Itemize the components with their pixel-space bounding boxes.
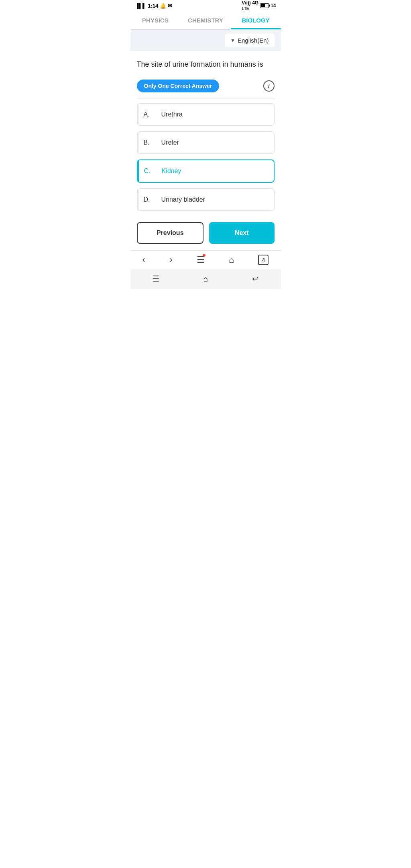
answer-type-badge: Only One Correct Answer <box>137 80 220 92</box>
email-icon: ✉ <box>168 3 172 9</box>
option-c-text: Kidney <box>162 167 181 175</box>
question-area: The site of urine formation in humans is <box>130 51 281 74</box>
option-d[interactable]: D. Urinary bladder <box>137 188 275 211</box>
option-d-label: D. <box>144 196 156 203</box>
app-bottom-bar: ‹ › ☰ ⌂ 4 <box>130 250 281 269</box>
option-b-text: Ureter <box>161 139 179 146</box>
info-icon[interactable]: i <box>263 80 275 92</box>
option-a-text: Urethra <box>161 111 183 118</box>
back-app-icon[interactable]: ‹ <box>142 255 145 265</box>
option-a[interactable]: A. Urethra <box>137 103 275 126</box>
tab-chemistry[interactable]: CHEMISTRY <box>181 11 231 29</box>
badge-row: Only One Correct Answer i <box>130 74 281 98</box>
system-hamburger-icon: ☰ <box>152 274 159 283</box>
back-chevron-icon: ‹ <box>142 255 145 265</box>
status-right: Vo)) 4GLTE 14 <box>242 0 276 11</box>
forward-chevron-icon: › <box>169 255 172 265</box>
options-area: A. Urethra B. Ureter C. Kidney D. Urinar… <box>130 98 281 216</box>
signal-icon: ▐▌▌ <box>135 3 146 9</box>
call-icon: 🔔 <box>160 3 166 9</box>
tab-count-badge: 4 <box>258 255 269 265</box>
square-app-icon[interactable]: 4 <box>258 255 269 265</box>
question-text: The site of urine formation in humans is <box>137 59 275 70</box>
option-c-label: C. <box>144 167 156 175</box>
language-selector[interactable]: ▼ English(En) <box>225 34 274 47</box>
battery-icon <box>260 3 269 8</box>
option-c[interactable]: C. Kidney <box>137 159 275 183</box>
nav-buttons: Previous Next <box>130 216 281 250</box>
system-back-icon[interactable]: ↩ <box>252 274 259 284</box>
time: 1:14 <box>148 3 158 9</box>
system-nav-bar: ☰ ⌂ ↩ <box>130 269 281 289</box>
option-b[interactable]: B. Ureter <box>137 131 275 154</box>
menu-app-icon[interactable]: ☰ <box>197 255 205 265</box>
option-d-text: Urinary bladder <box>161 196 205 203</box>
system-home-glyph: ⌂ <box>203 274 208 283</box>
next-button[interactable]: Next <box>209 222 275 244</box>
forward-app-icon[interactable]: › <box>169 255 172 265</box>
notification-dot <box>203 254 206 257</box>
chevron-down-icon: ▼ <box>230 38 235 43</box>
battery-level: 14 <box>271 3 276 8</box>
home-icon: ⌂ <box>229 255 234 265</box>
tab-biology[interactable]: BIOLOGY <box>231 11 281 29</box>
subject-tabs: PHYSICS CHEMISTRY BIOLOGY <box>130 11 281 30</box>
option-b-label: B. <box>144 139 156 146</box>
language-label: English(En) <box>238 37 269 44</box>
previous-button[interactable]: Previous <box>137 222 204 244</box>
tab-physics[interactable]: PHYSICS <box>130 11 181 29</box>
system-home-icon[interactable]: ⌂ <box>203 274 208 284</box>
language-bar: ▼ English(En) <box>130 30 281 51</box>
system-back-glyph: ↩ <box>252 274 259 283</box>
option-a-label: A. <box>144 111 156 118</box>
status-bar: ▐▌▌ 1:14 🔔 ✉ Vo)) 4GLTE 14 <box>130 0 281 11</box>
home-app-icon[interactable]: ⌂ <box>229 255 234 265</box>
system-menu-icon[interactable]: ☰ <box>152 274 159 284</box>
lte-label: Vo)) 4GLTE <box>242 0 258 11</box>
status-left: ▐▌▌ 1:14 🔔 ✉ <box>135 3 173 9</box>
